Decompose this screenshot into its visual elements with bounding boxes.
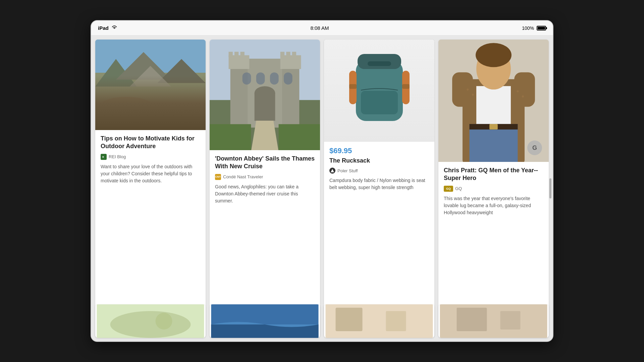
- footer-name-3: Wendy Lu: [345, 321, 364, 326]
- status-left: iPad: [98, 25, 117, 31]
- svg-rect-39: [368, 61, 391, 66]
- card-image-backpack: [324, 40, 434, 142]
- card-image-castle: [210, 40, 320, 150]
- hearts-icon-3: ♥: [343, 308, 346, 313]
- card-body-1: Tips on How to Motivate Kids for Outdoor…: [95, 130, 206, 337]
- card-gq[interactable]: G Chris Pratt: GQ Men of the Year--Super…: [438, 40, 549, 337]
- status-bar: iPad 8:08 AM 100%: [91, 21, 553, 36]
- svg-rect-18: [280, 55, 301, 69]
- svg-text:R: R: [102, 156, 104, 158]
- svg-rect-41: [402, 84, 410, 89]
- card-footer-1: AM Abby Maldonado Summer of hikes: [101, 317, 200, 333]
- reads-stat-2: ⇅ 37: [215, 308, 225, 313]
- avatar-1: AM: [101, 320, 113, 333]
- svg-rect-49: [470, 124, 518, 162]
- source-name-1: REI Blog: [109, 154, 126, 159]
- cnt-icon: CNT: [215, 174, 221, 180]
- reads-icon-4: ⇅: [444, 308, 447, 313]
- card-description-1: Want to share your love of the outdoors …: [101, 163, 200, 304]
- reads-count-1: 14: [106, 308, 110, 313]
- card-footer-2: BC Ben Chiramonte Anglophile: [215, 317, 315, 333]
- card-stats-4: ⇅ 32 ♥ 8: [444, 308, 543, 313]
- card-body-2: 'Downton Abbey' Sails the Thames With Ne…: [210, 150, 320, 337]
- svg-point-44: [334, 321, 337, 325]
- svg-point-59: [522, 96, 524, 98]
- card-title-4: Chris Pratt: GQ Men of the Year--Super H…: [444, 167, 543, 182]
- card-description-2: Good news, Anglophiles: you can take a D…: [215, 183, 315, 304]
- svg-point-58: [517, 90, 519, 92]
- battery-icon: [537, 26, 546, 31]
- svg-point-57: [472, 94, 474, 96]
- card-rei-blog[interactable]: Tips on How to Motivate Kids for Outdoor…: [95, 40, 206, 337]
- reads-stat-1: ⇅ 14: [101, 308, 110, 313]
- avatar-2: BC: [215, 320, 227, 333]
- svg-rect-19: [229, 52, 233, 57]
- svg-rect-17: [229, 55, 250, 69]
- reads-stat-3: ⇅ 54: [329, 308, 339, 313]
- svg-rect-22: [280, 52, 284, 57]
- svg-rect-23: [286, 52, 290, 57]
- reads-icon-3: ⇅: [329, 308, 333, 313]
- card-source-2: CNT Condé Nast Traveler: [215, 174, 315, 180]
- svg-marker-42: [331, 169, 334, 172]
- svg-rect-33: [279, 124, 320, 150]
- hearts-count-4: 8: [462, 308, 464, 313]
- card-downton-abbey[interactable]: 'Downton Abbey' Sails the Thames With Ne…: [210, 40, 320, 337]
- card-source-3: Poler Stuff: [329, 168, 429, 174]
- status-time: 8:08 AM: [310, 25, 329, 31]
- card-rucksack[interactable]: $69.95 The Rucksack Poler Stuff Campdura…: [324, 40, 434, 337]
- device-name: iPad: [98, 25, 109, 31]
- footer-info-4: Victor Ng Stylin' Dudes: [459, 321, 487, 331]
- card-image-mountain: [95, 40, 206, 130]
- content-area: Tips on How to Motivate Kids for Outdoor…: [91, 36, 553, 341]
- gq-circle-overlay: G: [527, 140, 542, 155]
- hearts-stat-3: ♥ 4: [343, 308, 350, 313]
- wifi-icon: [111, 25, 117, 31]
- svg-point-51: [476, 43, 512, 67]
- card-stats-2: ⇅ 37: [215, 308, 315, 313]
- svg-rect-53: [514, 72, 535, 107]
- card-description-4: This was the year that everyone's favori…: [444, 195, 543, 304]
- svg-rect-1: [95, 73, 206, 130]
- gq-icon: GQ: [444, 186, 453, 192]
- svg-rect-45: [334, 325, 337, 329]
- svg-rect-30: [284, 72, 292, 84]
- card-stats-3: ⇅ 54 ♥ 4: [329, 308, 429, 313]
- footer-name-1: Abby Maldonado: [116, 321, 151, 326]
- cards-grid: Tips on How to Motivate Kids for Outdoor…: [91, 36, 553, 341]
- reads-stat-4: ⇅ 32: [444, 308, 453, 313]
- footer-board-1: Summer of hikes: [116, 326, 151, 331]
- source-name-4: GQ: [455, 186, 462, 191]
- footer-board-2: Anglophile: [230, 326, 262, 331]
- hearts-icon-4: ♥: [458, 308, 460, 313]
- card-title-2: 'Downton Abbey' Sails the Thames With Ne…: [215, 155, 315, 171]
- footer-board-4: Stylin' Dudes: [459, 326, 487, 331]
- card-source-4: GQ GQ: [444, 186, 543, 192]
- reads-count-4: 32: [449, 308, 453, 313]
- status-right: 100%: [522, 25, 546, 31]
- svg-rect-28: [256, 72, 265, 84]
- card-source-1: R REI Blog: [101, 154, 200, 160]
- price-tag: $69.95: [329, 146, 429, 155]
- footer-name-4: Victor Ng: [459, 321, 487, 326]
- svg-rect-21: [240, 52, 245, 57]
- svg-rect-6: [95, 107, 206, 130]
- svg-rect-9: [127, 108, 129, 115]
- footer-info-3: Wendy Lu Eurotrip: [345, 321, 364, 331]
- svg-rect-55: [489, 124, 498, 129]
- svg-rect-20: [234, 52, 238, 57]
- hearts-count-3: 4: [347, 308, 350, 313]
- card-footer-3: Wendy Lu Eurotrip: [329, 317, 429, 333]
- footer-name-2: Ben Chiramonte: [230, 321, 262, 326]
- ipad-frame: iPad 8:08 AM 100%: [91, 20, 553, 342]
- reads-icon-2: ⇅: [215, 308, 219, 313]
- svg-point-26: [255, 86, 275, 100]
- footer-info-2: Ben Chiramonte Anglophile: [230, 321, 262, 331]
- card-image-man: G: [438, 40, 549, 162]
- svg-rect-0: [95, 40, 206, 130]
- card-footer-4: VN Victor Ng Stylin' Dudes: [444, 317, 543, 333]
- poler-icon: [329, 168, 335, 174]
- source-name-2: Condé Nast Traveler: [223, 174, 263, 179]
- svg-point-56: [467, 88, 469, 90]
- avatar-3: [329, 320, 341, 333]
